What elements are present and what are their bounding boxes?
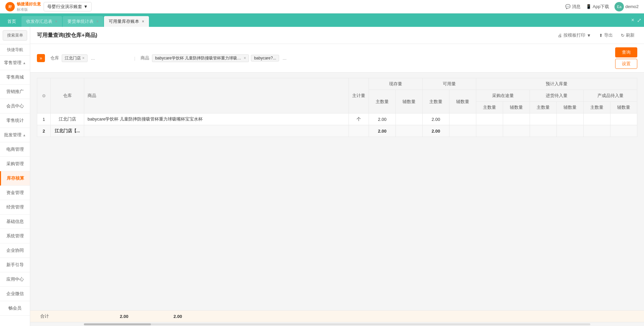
footer-label: 合计 [37, 313, 91, 319]
table-footer: 合计 2.00 2.00 [30, 310, 644, 322]
logo-text: 畅捷通好生意 标准版 [17, 1, 41, 12]
sidebar-item-ecommerce[interactable]: 电商管理 [0, 142, 30, 157]
warehouse-tag[interactable]: 江北门店 × [62, 54, 88, 62]
sidebar-item-inventory[interactable]: 库存核算 [0, 171, 30, 186]
sidebar-item-member-center[interactable]: 会员中心 [0, 99, 30, 113]
footer-fp-sub [352, 314, 379, 319]
sidebar-item-purchase[interactable]: 采购管理 [0, 157, 30, 171]
search-menu-btn[interactable]: 搜索菜单 [3, 30, 27, 41]
query-btn[interactable]: 查询 [615, 47, 637, 57]
chevron-down-icon: ▼ [84, 4, 88, 9]
cell-warehouse: 江北门店【... [51, 125, 84, 137]
nav-controls: × ⤢ [631, 17, 641, 24]
product-tag-2[interactable]: babycare?... [251, 55, 279, 61]
warehouse-label: 仓库 [50, 55, 59, 61]
filter-expand-btn[interactable]: » [37, 54, 45, 62]
sidebar-item-retail-management[interactable]: 零售管理 ▲ [0, 56, 30, 70]
sidebar-item-enterprise[interactable]: 企业协同 [0, 243, 30, 258]
footer-current-main: 2.00 [111, 314, 138, 319]
cell-no: 2 [37, 125, 51, 137]
scroll-track [84, 323, 590, 325]
tag-close-icon[interactable]: × [82, 56, 85, 60]
cell-pt-sub [503, 125, 530, 137]
cell-available-sub [449, 113, 476, 125]
cell-available-sub [449, 125, 476, 137]
tab-order-stats[interactable]: 要货单统计表 × [63, 16, 103, 27]
cell-finished-pending-main [584, 113, 610, 125]
print-template-btn[interactable]: 🖨 按模板打印 ▼ [555, 31, 594, 40]
sidebar-item-retail-stats[interactable]: 零售统计 [0, 113, 30, 128]
tab-home[interactable]: 首页 [3, 16, 21, 27]
tab-close-icon[interactable]: × [142, 19, 144, 24]
th-purchase-transit: 采购在途量 [476, 90, 530, 102]
th-settings[interactable]: ⚙ [37, 78, 51, 113]
expand-window-btn[interactable]: ⤢ [637, 17, 641, 24]
product-tag-1[interactable]: babycare学饮杯 儿童防摔防撞吸管杯重力球吸嘴杯宝宝水杯 × [152, 54, 249, 62]
tab-close-icon[interactable]: × [96, 19, 99, 24]
cell-product: babycare学饮杯 儿童防摔防撞吸管杯重力球吸嘴杯宝宝水杯 [84, 113, 349, 125]
sidebar-item-app-center[interactable]: 应用中心 [0, 272, 30, 287]
sidebar-item-basic-info[interactable]: 基础信息 [0, 215, 30, 229]
filter-separator: | [134, 56, 135, 61]
cell-pp-sub [557, 125, 584, 137]
refresh-icon: ↻ [621, 33, 625, 38]
page-header: 可用量查询(按仓库+商品) 🖨 按模板打印 ▼ ⬆ 导出 ↻ 刷新 [30, 27, 644, 44]
app-download-action[interactable]: 📱 App下载 [586, 4, 609, 10]
more-filter-btn[interactable]: ... [90, 55, 96, 61]
sidebar-item-finance[interactable]: 资金管理 [0, 186, 30, 200]
cell-available-main: 2.00 [423, 113, 449, 125]
sidebar-item-marketing[interactable]: 营销推广 [0, 85, 30, 99]
scroll-thumb[interactable] [84, 323, 151, 325]
chevron-down-icon: ▼ [587, 33, 591, 38]
sidebar-item-guide[interactable]: 新手引导 [0, 258, 30, 272]
export-btn[interactable]: ⬆ 导出 [596, 31, 615, 40]
product-label: 商品 [141, 55, 149, 61]
message-action[interactable]: 💬 消息 [565, 4, 581, 10]
nav-tabs: 首页 收发存汇总表 × 要货单统计表 × 可用量库存账本 × × ⤢ [0, 13, 644, 27]
tab-available-stock[interactable]: 可用量库存账本 × [104, 16, 149, 27]
sidebar: 搜索菜单 快捷导航 零售管理 ▲ 零售商城 营销推广 会员中心 零售统计 批发管… [0, 27, 30, 326]
sidebar-item-system[interactable]: 系统管理 [0, 229, 30, 243]
footer-pp-main [272, 314, 299, 319]
close-window-btn[interactable]: × [631, 17, 634, 24]
print-icon: 🖨 [558, 33, 562, 38]
th-available-main: 主数量 [423, 90, 449, 113]
sidebar-item-member[interactable]: 畅会员 [0, 301, 30, 316]
footer-summary: 合计 2.00 2.00 [37, 313, 637, 319]
page-title: 可用量查询(按仓库+商品) [37, 32, 97, 43]
product-tags: babycare学饮杯 儿童防摔防撞吸管杯重力球吸嘴杯宝宝水杯 × babyca… [152, 54, 288, 62]
cell-current-main: 2.00 [369, 113, 396, 125]
th-current-main: 主数量 [369, 90, 396, 113]
cell-pt-main [476, 125, 503, 137]
sidebar-item-wechat[interactable]: 企业微信 [0, 287, 30, 301]
cell-current-sub [396, 125, 423, 137]
footer-current-sub [138, 314, 164, 319]
sidebar-item-wholesale[interactable]: 批发管理 ▲ [0, 128, 30, 142]
user-action[interactable]: Ea demo2 [614, 2, 639, 11]
sidebar-search: 搜索菜单 [0, 27, 30, 44]
footer-values: 2.00 2.00 [91, 314, 637, 319]
settings-icon[interactable]: ⚙ [42, 93, 46, 98]
scroll-bar[interactable] [30, 322, 644, 326]
th-current-stock: 现存量 [369, 78, 423, 90]
tab-close-icon[interactable]: × [55, 19, 57, 24]
more-product-btn[interactable]: ... [281, 55, 288, 61]
footer-pp-sub [299, 314, 325, 319]
expand-icon: ▲ [23, 133, 26, 137]
settings-btn[interactable]: 设置 [615, 59, 637, 69]
footer-available-sub [191, 314, 218, 319]
industry-selector[interactable]: 母婴行业演示账套 ▼ [44, 2, 92, 11]
quick-nav-btn[interactable]: 快捷导航 [0, 44, 30, 56]
sidebar-item-retail-mall[interactable]: 零售商城 [0, 70, 30, 85]
top-header: 好 畅捷通好生意 标准版 母婴行业演示账套 ▼ 💬 消息 📱 App下载 Ea … [0, 0, 644, 13]
refresh-btn[interactable]: ↻ 刷新 [618, 31, 637, 40]
tab-receivable-summary[interactable]: 收发存汇总表 × [21, 16, 62, 27]
header-left: 好 畅捷通好生意 标准版 母婴行业演示账套 ▼ [5, 1, 92, 12]
logo-icon: 好 [5, 2, 15, 11]
sidebar-item-operations[interactable]: 经营管理 [0, 200, 30, 215]
cell-purchase-pending-main [530, 113, 557, 125]
footer-pt-sub [245, 314, 272, 319]
cell-purchase-pending-sub [557, 113, 584, 125]
th-purchase-pending-main: 主数量 [530, 102, 557, 113]
tag-close-icon[interactable]: × [244, 56, 246, 60]
